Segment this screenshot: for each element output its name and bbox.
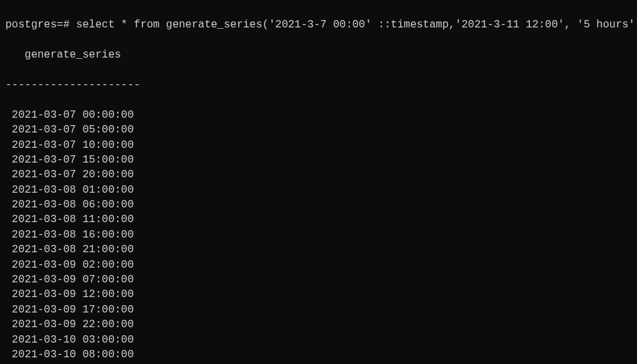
- result-row: 2021-03-09 22:00:00: [5, 317, 632, 332]
- separator: ---------------------: [5, 78, 632, 92]
- sql-command: select * from generate_series('2021-3-7 …: [76, 19, 637, 31]
- result-row: 2021-03-07 10:00:00: [5, 138, 632, 153]
- result-row: 2021-03-08 11:00:00: [5, 212, 632, 227]
- command-line: postgres=# select * from generate_series…: [5, 17, 632, 32]
- result-row: 2021-03-07 20:00:00: [5, 167, 632, 182]
- result-row: 2021-03-09 02:00:00: [5, 258, 632, 272]
- result-row: 2021-03-07 00:00:00: [5, 108, 632, 122]
- result-row: 2021-03-09 12:00:00: [5, 287, 632, 302]
- result-row: 2021-03-09 17:00:00: [5, 302, 632, 317]
- result-row: 2021-03-09 07:00:00: [5, 272, 632, 287]
- result-row: 2021-03-08 06:00:00: [5, 197, 632, 212]
- result-rows: 2021-03-07 00:00:00 2021-03-07 05:00:00 …: [5, 108, 632, 364]
- result-row: 2021-03-08 21:00:00: [5, 242, 632, 257]
- result-row: 2021-03-07 05:00:00: [5, 122, 632, 137]
- result-row: 2021-03-08 16:00:00: [5, 227, 632, 242]
- result-row: 2021-03-07 15:00:00: [5, 153, 632, 167]
- result-row: 2021-03-10 08:00:00: [5, 347, 632, 362]
- result-row: 2021-03-08 01:00:00: [5, 183, 632, 197]
- column-header: generate_series: [5, 48, 632, 62]
- terminal-output[interactable]: postgres=# select * from generate_series…: [5, 3, 632, 364]
- prompt: postgres=#: [5, 19, 76, 31]
- result-row: 2021-03-10 03:00:00: [5, 333, 632, 347]
